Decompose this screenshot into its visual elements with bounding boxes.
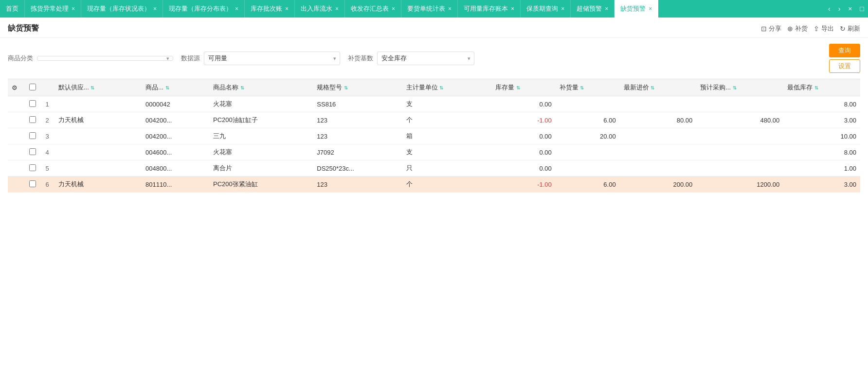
- tab-close-icon[interactable]: ×: [448, 5, 452, 12]
- row-checkbox-cell[interactable]: [25, 144, 40, 160]
- col-product-code[interactable]: 商品... ⇅: [142, 79, 209, 96]
- row-supplier: [54, 160, 142, 176]
- select-all-checkbox[interactable]: [29, 84, 36, 90]
- datasource-select-wrapper: 可用量 ▾: [204, 52, 340, 65]
- table-row[interactable]: 2 力天机械 004200... PC200油缸缸子 123 个 -1.00 6…: [8, 112, 860, 128]
- row-number: 3: [40, 128, 54, 144]
- col-replenish-qty-label: 补货量: [560, 84, 579, 91]
- export-label: 导出: [821, 24, 834, 33]
- col-stock-label: 库存量: [495, 84, 514, 91]
- replenish-basis-select[interactable]: 安全库存: [377, 52, 474, 65]
- export-button[interactable]: ⇪ 导出: [814, 24, 834, 33]
- table-row[interactable]: 1 0000042 火花塞 SS816 支 0.00 8.00: [8, 96, 860, 112]
- category-select-wrapper: ▾: [37, 56, 173, 61]
- tab-close-icon[interactable]: ×: [72, 5, 75, 12]
- row-stock: 0.00: [491, 128, 556, 144]
- tab-scroll-right-button[interactable]: ›: [834, 0, 845, 18]
- row-supplier: [54, 144, 142, 160]
- tab-summary[interactable]: 收发存汇总表 ×: [345, 0, 401, 18]
- table-body: 1 0000042 火花塞 SS816 支 0.00 8.00 2 力天机械 0…: [8, 96, 860, 193]
- header-actions: ⊡ 分享 ⊕ 补货 ⇪ 导出 ↻ 刷新: [761, 24, 860, 33]
- col-default-supplier[interactable]: 默认供应... ⇅: [54, 79, 142, 96]
- tab-close-icon[interactable]: ×: [285, 5, 289, 12]
- tab-shortage[interactable]: 缺货预警 ×: [615, 0, 658, 18]
- tab-overstock[interactable]: 超储预警 ×: [571, 0, 615, 18]
- row-checkbox[interactable]: [29, 100, 36, 107]
- col-unit[interactable]: 主计量单位 ⇅: [402, 79, 491, 96]
- row-gear-cell: [8, 96, 25, 112]
- settings-button[interactable]: 设置: [829, 59, 860, 73]
- tab-batch-account[interactable]: 库存批次账 ×: [245, 0, 295, 18]
- gear-icon[interactable]: ⚙: [12, 84, 18, 91]
- col-est-purchase[interactable]: 预计采购... ⇅: [696, 79, 783, 96]
- row-checkbox[interactable]: [29, 164, 36, 171]
- col-latest-price[interactable]: 最新进价 ⇅: [620, 79, 697, 96]
- datasource-filter-label: 数据源: [181, 54, 200, 63]
- tab-close-all-button[interactable]: ×: [844, 0, 856, 18]
- row-checkbox-cell[interactable]: [25, 128, 40, 144]
- tab-available-ledger[interactable]: 可用量库存账本 ×: [458, 0, 521, 18]
- tab-close-icon[interactable]: ×: [235, 5, 238, 12]
- row-checkbox-cell[interactable]: [25, 96, 40, 112]
- row-replenish-qty: 20.00: [556, 128, 620, 144]
- tab-inventory-status[interactable]: 现存量（库存状况表） ×: [81, 0, 163, 18]
- row-est-purchase: [696, 96, 783, 112]
- col-sort-icon: ⇅: [439, 85, 443, 90]
- col-product-name[interactable]: 商品名称 ⇅: [209, 79, 313, 96]
- tab-picking-exception[interactable]: 拣货异常处理 ×: [25, 0, 81, 18]
- category-filter: 商品分类 ▾: [8, 54, 173, 63]
- tab-scroll-left-button[interactable]: ‹: [824, 0, 834, 18]
- col-unit-label: 主计量单位: [406, 84, 438, 91]
- table-row[interactable]: 5 004800... 离合片 DS250*23c... 只 0.00 1.00: [8, 160, 860, 176]
- tab-close-icon[interactable]: ×: [511, 5, 514, 12]
- replenish-icon: ⊕: [787, 25, 793, 33]
- share-button[interactable]: ⊡ 分享: [761, 24, 781, 33]
- replenish-button[interactable]: ⊕ 补货: [787, 24, 808, 33]
- row-checkbox[interactable]: [29, 116, 36, 123]
- col-sort-icon: ⇅: [651, 85, 654, 90]
- col-min-stock[interactable]: 最低库存 ⇅: [783, 79, 860, 96]
- row-product-name: 火花塞: [209, 96, 313, 112]
- tab-close-icon[interactable]: ×: [392, 5, 395, 12]
- row-checkbox-cell[interactable]: [25, 176, 40, 193]
- refresh-button[interactable]: ↻ 刷新: [840, 24, 860, 33]
- query-button[interactable]: 查询: [829, 44, 860, 57]
- row-gear-cell: [8, 144, 25, 160]
- row-checkbox-cell[interactable]: [25, 112, 40, 128]
- row-product-code: 004200...: [142, 128, 209, 144]
- row-checkbox[interactable]: [29, 148, 36, 155]
- table-row[interactable]: 6 力天机械 801110... PC200张紧油缸 123 个 -1.00 6…: [8, 176, 860, 193]
- row-checkbox[interactable]: [29, 132, 36, 139]
- tab-close-icon[interactable]: ×: [335, 5, 339, 12]
- row-unit: 箱: [402, 128, 491, 144]
- tab-home[interactable]: 首页: [0, 0, 25, 18]
- row-unit: 支: [402, 96, 491, 112]
- tab-inventory-dist[interactable]: 现存量（库存分布表） ×: [163, 0, 245, 18]
- tab-maximize-button[interactable]: □: [856, 0, 868, 18]
- row-product-name: 三九: [209, 128, 313, 144]
- tab-flow[interactable]: 出入库流水 ×: [295, 0, 345, 18]
- tab-close-icon[interactable]: ×: [561, 5, 564, 12]
- row-checkbox-cell[interactable]: [25, 160, 40, 176]
- row-checkbox[interactable]: [29, 180, 36, 187]
- row-est-purchase: [696, 144, 783, 160]
- row-est-purchase: 480.00: [696, 112, 783, 128]
- col-replenish-qty[interactable]: 补货量 ⇅: [556, 79, 620, 96]
- tab-expiry[interactable]: 保质期查询 ×: [521, 0, 571, 18]
- col-stock[interactable]: 库存量 ⇅: [491, 79, 556, 96]
- data-table: ⚙ 默认供应... ⇅ 商品... ⇅ 商品名称: [8, 79, 860, 193]
- datasource-select[interactable]: 可用量: [204, 52, 340, 65]
- row-replenish-qty: [556, 144, 620, 160]
- category-select[interactable]: [37, 56, 173, 61]
- row-number: 6: [40, 176, 54, 193]
- col-spec[interactable]: 规格型号 ⇅: [313, 79, 402, 96]
- table-header-row: ⚙ 默认供应... ⇅ 商品... ⇅ 商品名称: [8, 79, 860, 96]
- table-row[interactable]: 3 004200... 三九 123 箱 0.00 20.00 10.00: [8, 128, 860, 144]
- table-row[interactable]: 4 004600... 火花塞 J7092 支 0.00 8.00: [8, 144, 860, 160]
- row-unit: 个: [402, 176, 491, 193]
- tab-order-stats[interactable]: 要货单统计表 ×: [401, 0, 458, 18]
- tab-close-icon[interactable]: ×: [649, 5, 652, 12]
- tab-close-icon[interactable]: ×: [153, 5, 157, 12]
- tab-close-icon[interactable]: ×: [605, 5, 608, 12]
- col-sort-icon: ⇅: [344, 85, 348, 90]
